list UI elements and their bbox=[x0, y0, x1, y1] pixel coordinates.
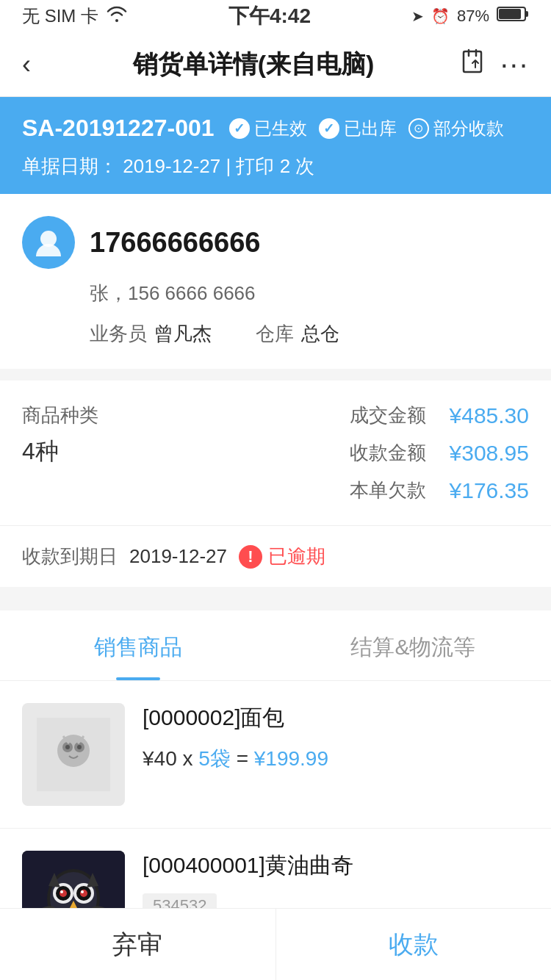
customer-section: 17666666666 张，156 6666 6666 业务员 曾凡杰 仓库 总… bbox=[0, 194, 551, 369]
overdue-text: 已逾期 bbox=[268, 544, 325, 569]
due-label: 收款到期日 bbox=[22, 544, 118, 569]
product-type-value: 4种 bbox=[22, 436, 98, 468]
warehouse-label: 仓库 bbox=[256, 321, 294, 347]
check-icon-2: ✓ bbox=[319, 118, 339, 139]
nav-bar: ‹ 销货单详情(来自电脑) ··· bbox=[0, 32, 551, 97]
clock-icon: ⊙ bbox=[408, 118, 429, 139]
order-print-info: | 打印 2 次 bbox=[226, 155, 314, 177]
transaction-value: ¥485.30 bbox=[441, 403, 529, 428]
product-price-1: ¥40 x 5袋 = ¥199.99 bbox=[143, 745, 529, 773]
svg-point-10 bbox=[77, 745, 82, 749]
collection-value: ¥308.95 bbox=[441, 441, 529, 466]
summary-section: 商品种类 4种 成交金额 ¥485.30 收款金额 ¥308.95 本单欠款 ¥… bbox=[0, 381, 551, 525]
product-item-1: [0000002]面包 ¥40 x 5袋 = ¥199.99 bbox=[0, 681, 551, 829]
product-total-1: ¥199.99 bbox=[254, 747, 328, 770]
debt-label: 本单欠款 bbox=[350, 478, 426, 503]
wifi-icon bbox=[106, 6, 128, 26]
tab-sales-products[interactable]: 销售商品 bbox=[0, 610, 276, 680]
badge-effective-text: 已生效 bbox=[254, 117, 307, 140]
due-date: 2019-12-27 bbox=[129, 545, 227, 568]
salesperson-label: 业务员 bbox=[90, 321, 147, 347]
pay-label: 收款 bbox=[389, 928, 439, 962]
summary-right: 成交金额 ¥485.30 收款金额 ¥308.95 本单欠款 ¥176.35 bbox=[350, 403, 529, 503]
more-button[interactable]: ··· bbox=[500, 48, 529, 81]
share-button[interactable] bbox=[459, 48, 486, 81]
svg-point-18 bbox=[60, 890, 67, 897]
badge-partial-text: 部分收款 bbox=[433, 117, 504, 140]
status-left: 无 SIM 卡 bbox=[22, 4, 128, 28]
nav-actions: ··· bbox=[441, 48, 529, 81]
due-section: 收款到期日 2019-12-27 ! 已逾期 bbox=[0, 525, 551, 587]
svg-rect-3 bbox=[464, 51, 481, 72]
product-type-label: 商品种类 bbox=[22, 403, 98, 428]
transaction-label: 成交金额 bbox=[350, 403, 426, 428]
bottom-bar: 弃审 收款 bbox=[0, 908, 551, 980]
transaction-row: 成交金额 ¥485.30 bbox=[350, 403, 529, 428]
check-icon-1: ✓ bbox=[229, 118, 250, 139]
product-placeholder-1 bbox=[22, 703, 125, 806]
overdue-badge: ! 已逾期 bbox=[239, 544, 325, 569]
alarm-icon: ⏰ bbox=[431, 7, 450, 25]
status-time: 下午4:42 bbox=[228, 2, 311, 30]
collection-label: 收款金额 bbox=[350, 440, 426, 466]
page-title: 销货单详情(来自电脑) bbox=[66, 48, 441, 82]
debt-value: ¥176.35 bbox=[441, 478, 529, 503]
divider-2 bbox=[0, 587, 551, 599]
customer-avatar bbox=[22, 216, 75, 269]
product-details-1: [0000002]面包 ¥40 x 5袋 = ¥199.99 bbox=[143, 703, 529, 773]
svg-point-19 bbox=[80, 890, 87, 897]
product-unit-price-1: ¥40 bbox=[143, 747, 177, 770]
badge-shipped-text: 已出库 bbox=[344, 117, 397, 140]
debt-row: 本单欠款 ¥176.35 bbox=[350, 478, 529, 503]
order-date-line: 单据日期： 2019-12-27 | 打印 2 次 bbox=[22, 154, 529, 179]
salesperson-value: 曾凡杰 bbox=[154, 321, 212, 347]
product-image-1 bbox=[22, 703, 125, 806]
svg-rect-2 bbox=[499, 9, 521, 19]
customer-contact: 张，156 6666 6666 bbox=[90, 281, 529, 306]
svg-point-6 bbox=[57, 735, 90, 767]
order-date-value: 2019-12-27 bbox=[123, 155, 220, 177]
divider-1 bbox=[0, 369, 551, 381]
product-name-2: [000400001]黄油曲奇 bbox=[143, 851, 529, 881]
carrier-text: 无 SIM 卡 bbox=[22, 4, 98, 28]
battery-icon bbox=[497, 6, 529, 26]
svg-rect-1 bbox=[525, 11, 528, 17]
badge-shipped: ✓ 已出库 bbox=[319, 117, 397, 140]
badge-effective: ✓ 已生效 bbox=[229, 117, 307, 140]
salesperson-info: 业务员 曾凡杰 bbox=[90, 321, 212, 347]
cancel-review-label: 弃审 bbox=[112, 928, 162, 962]
customer-id: 17666666666 bbox=[90, 227, 260, 259]
product-qty-1: 5袋 bbox=[198, 747, 231, 770]
order-number: SA-20191227-001 bbox=[22, 115, 215, 142]
svg-point-9 bbox=[65, 745, 70, 749]
status-bar: 无 SIM 卡 下午4:42 ➤ ⏰ 87% bbox=[0, 0, 551, 32]
collection-row: 收款金额 ¥308.95 bbox=[350, 440, 529, 466]
location-icon: ➤ bbox=[411, 7, 424, 25]
summary-left: 商品种类 4种 bbox=[22, 403, 98, 468]
warehouse-value: 总仓 bbox=[301, 321, 339, 347]
warehouse-info: 仓库 总仓 bbox=[256, 321, 339, 347]
back-button[interactable]: ‹ bbox=[22, 49, 66, 80]
order-header: SA-20191227-001 ✓ 已生效 ✓ 已出库 ⊙ 部分收款 单据日期：… bbox=[0, 97, 551, 194]
svg-point-20 bbox=[60, 890, 63, 893]
status-right: ➤ ⏰ 87% bbox=[411, 6, 529, 26]
svg-point-21 bbox=[81, 890, 84, 893]
product-name-1: [0000002]面包 bbox=[143, 703, 529, 733]
tab-settlement[interactable]: 结算&物流等 bbox=[276, 610, 551, 680]
battery-text: 87% bbox=[457, 7, 489, 26]
pay-button[interactable]: 收款 bbox=[276, 909, 552, 980]
tabs-section: 销售商品 结算&物流等 bbox=[0, 610, 551, 681]
order-date-label: 单据日期： bbox=[22, 155, 118, 177]
badge-partial: ⊙ 部分收款 bbox=[408, 117, 504, 140]
cancel-review-button[interactable]: 弃审 bbox=[0, 909, 276, 980]
overdue-icon: ! bbox=[239, 545, 262, 569]
customer-meta: 业务员 曾凡杰 仓库 总仓 bbox=[90, 321, 529, 347]
